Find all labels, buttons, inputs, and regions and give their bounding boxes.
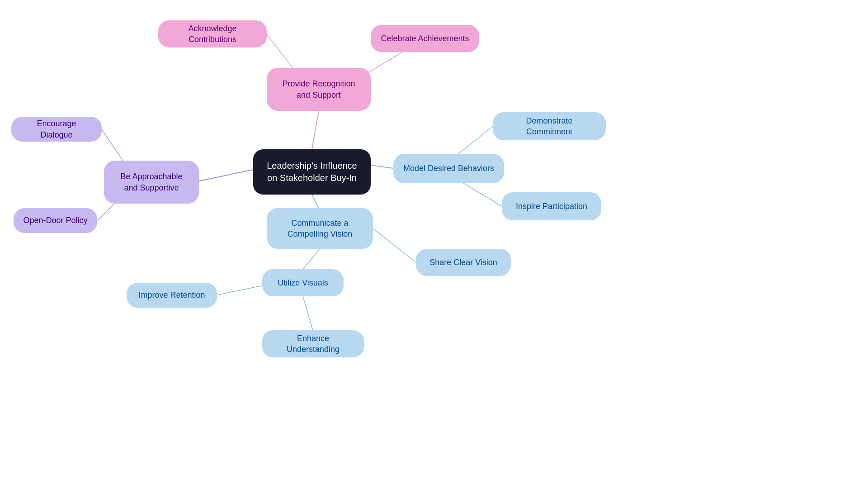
center-node: Leadership's Influence on Stakeholder Bu… bbox=[253, 149, 371, 195]
svg-line-10 bbox=[373, 228, 416, 262]
utilize-visuals-node: Utilize Visuals bbox=[262, 269, 344, 296]
be-approachable-node: Be Approachable and Supportive bbox=[104, 161, 199, 204]
encourage-dialogue-node: Encourage Dialogue bbox=[11, 117, 102, 142]
share-clear-vision-node: Share Clear Vision bbox=[416, 249, 511, 276]
svg-line-3 bbox=[199, 170, 253, 181]
open-door-policy-node: Open-Door Policy bbox=[14, 208, 97, 233]
provide-recognition-node: Provide Recognition and Support bbox=[267, 68, 371, 111]
celebrate-achievements-node: Celebrate Achievements bbox=[371, 25, 479, 52]
acknowledge-contributions-node: Acknowledge Contributions bbox=[158, 20, 267, 48]
inspire-participation-node: Inspire Participation bbox=[502, 192, 601, 220]
enhance-understanding-node: Enhance Understanding bbox=[262, 330, 364, 357]
improve-retention-node: Improve Retention bbox=[127, 283, 217, 308]
demonstrate-commitment-node: Demonstrate Commitment bbox=[493, 112, 606, 140]
communicate-vision-node: Communicate a Compelling Vision bbox=[267, 208, 373, 249]
svg-line-13 bbox=[303, 296, 313, 330]
svg-line-0 bbox=[312, 111, 319, 149]
model-behaviors-node: Model Desired Behaviors bbox=[393, 154, 504, 183]
svg-line-6 bbox=[371, 165, 393, 168]
svg-line-11 bbox=[303, 249, 320, 269]
